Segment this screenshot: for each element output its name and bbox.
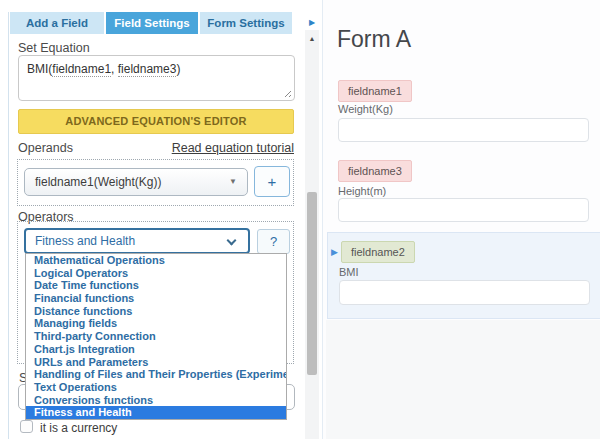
currency-checkbox[interactable] bbox=[20, 420, 33, 433]
operator-select-value: Fitness and Health bbox=[35, 234, 135, 248]
dropdown-option[interactable]: Financial functions bbox=[26, 292, 286, 305]
dropdown-option[interactable]: Handling of Files and Their Properties (… bbox=[26, 368, 286, 381]
dropdown-option[interactable]: Logical Operators bbox=[26, 267, 286, 280]
set-equation-label: Set Equation bbox=[18, 41, 90, 55]
field-label-weight: Weight(Kg) bbox=[338, 103, 393, 115]
tab-form-settings[interactable]: Form Settings bbox=[200, 12, 292, 34]
dropdown-caret-icon: ▼ bbox=[229, 169, 237, 195]
field-badge-fieldname2[interactable]: fieldname2 bbox=[341, 241, 415, 263]
operator-select[interactable]: Fitness and Health bbox=[24, 228, 250, 254]
field-badge-fieldname1[interactable]: fieldname1 bbox=[338, 80, 412, 102]
field-badge-fieldname3[interactable]: fieldname3 bbox=[338, 160, 412, 182]
dropdown-option[interactable]: Date Time functions bbox=[26, 279, 286, 292]
dropdown-option[interactable]: URLs and Parameters bbox=[26, 356, 286, 369]
field-input-weight[interactable] bbox=[338, 118, 589, 142]
operator-options-list: Mathematical Operations Logical Operator… bbox=[25, 253, 287, 420]
read-equation-tutorial-link[interactable]: Read equation tutorial bbox=[18, 141, 294, 155]
dropdown-option[interactable]: Chart.js Integration bbox=[26, 343, 286, 356]
dropdown-option[interactable]: Managing fields bbox=[26, 317, 286, 330]
preview-background-area bbox=[326, 320, 600, 439]
advanced-equation-editor-button[interactable]: ADVANCED EQUATION'S EDITOR bbox=[18, 109, 294, 134]
currency-checkbox-label: it is a currency bbox=[40, 421, 117, 435]
operator-help-button[interactable]: ? bbox=[257, 229, 290, 254]
selected-field-arrow-icon: ▶ bbox=[331, 247, 338, 257]
dropdown-option[interactable]: Third-party Connection bbox=[26, 330, 286, 343]
field-label-height: Height(m) bbox=[338, 185, 386, 197]
field-input-bmi[interactable] bbox=[339, 280, 590, 305]
form-title: Form A bbox=[337, 26, 411, 53]
scroll-up-icon[interactable]: ▲ bbox=[305, 35, 319, 42]
chevron-down-icon bbox=[227, 236, 237, 246]
field-input-height[interactable] bbox=[338, 198, 589, 222]
dropdown-option[interactable]: Text Operations bbox=[26, 381, 286, 394]
equation-textarea[interactable]: BMI(fieldname1, fieldname3) bbox=[18, 55, 295, 101]
add-operand-button[interactable]: + bbox=[254, 166, 290, 197]
dropdown-option[interactable]: Mathematical Operations bbox=[26, 254, 286, 267]
tab-add-a-field[interactable]: Add a Field bbox=[10, 12, 104, 34]
scrollbar-thumb[interactable] bbox=[307, 192, 317, 375]
dropdown-option-selected[interactable]: Fitness and Health bbox=[26, 406, 286, 419]
field-label-bmi: BMI bbox=[339, 266, 359, 278]
operand-select-value: fieldname1(Weight(Kg)) bbox=[35, 175, 162, 189]
dropdown-option[interactable]: Distance functions bbox=[26, 305, 286, 318]
equation-text: BMI(fieldname1, fieldname3) bbox=[27, 62, 180, 77]
dropdown-option[interactable]: Conversions functions bbox=[26, 394, 286, 407]
operand-select[interactable]: fieldname1(Weight(Kg)) ▼ bbox=[24, 168, 248, 196]
form-preview-panel: Form A fieldname1 Weight(Kg) fieldname3 … bbox=[322, 0, 600, 439]
tab-field-settings[interactable]: Field Settings bbox=[106, 12, 198, 34]
resize-handle-icon[interactable] bbox=[282, 88, 291, 97]
